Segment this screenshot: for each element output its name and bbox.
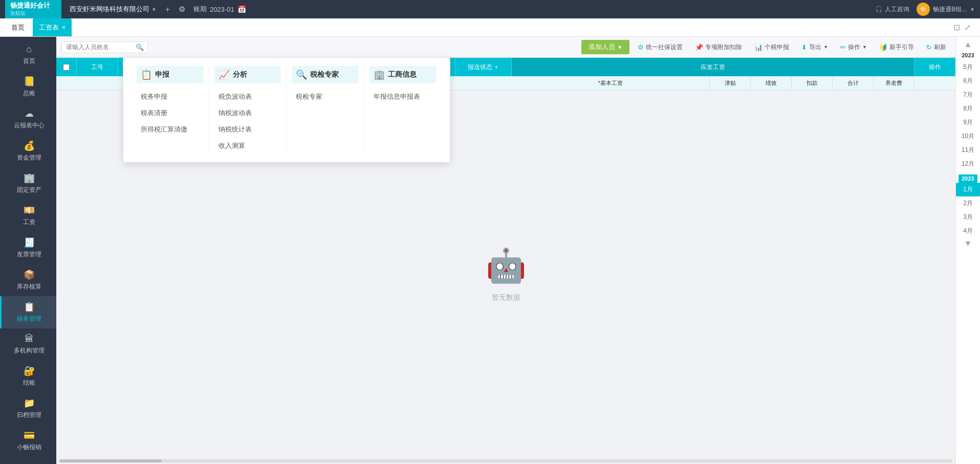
- cal-month-2[interactable]: 2月: [956, 196, 980, 210]
- dropdown-item-annual-report[interactable]: 年报信息申报表: [369, 89, 437, 105]
- sidebar-item-close[interactable]: 🔐 结账: [0, 360, 56, 392]
- cal-month-4[interactable]: 4月: [956, 224, 980, 238]
- cal-month-3[interactable]: 3月: [956, 210, 980, 224]
- horizontal-scrollbar[interactable]: [56, 458, 955, 464]
- th2-deduct-label: 扣款: [807, 79, 818, 87]
- sidebar-item-salary[interactable]: 💴 工资: [0, 200, 56, 232]
- dropdown-item-tax-burden[interactable]: 税负波动表: [214, 89, 281, 105]
- app-version: 旗舰版: [10, 10, 50, 17]
- sidebar-item-xiaochang[interactable]: 💳 小畅报销: [0, 425, 56, 457]
- cal-down-icon[interactable]: ▼: [964, 238, 972, 249]
- add-icon[interactable]: ＋: [164, 5, 171, 14]
- th-op: 操作: [914, 58, 955, 76]
- user-name: 畅捷通B组...: [933, 5, 967, 14]
- empty-illustration: 🤖: [486, 247, 527, 285]
- add-person-button[interactable]: 添加人员 ▼: [581, 40, 629, 54]
- top-bar-icons: ＋ ⚙: [164, 5, 185, 14]
- sidebar-item-home[interactable]: ⌂ 首页: [0, 39, 56, 71]
- dropdown-col-shenba: 📋 申报 税务申报 税表清册 所得税汇算清缴: [132, 66, 209, 154]
- th-checkbox[interactable]: [56, 58, 77, 76]
- fenxi-label: 分析: [233, 70, 247, 79]
- newguide-button[interactable]: 🔰 新手引导: [875, 41, 918, 54]
- dropdown-item-tax-wave[interactable]: 纳税波动表: [214, 105, 281, 121]
- calendar-icon[interactable]: 📅: [237, 5, 246, 13]
- cal-year-2023-top: 2023: [962, 50, 974, 60]
- tab-salary[interactable]: 工资表 ×: [33, 18, 72, 36]
- dropdown-item-tax-declare[interactable]: 税务申报: [137, 89, 204, 105]
- sidebar-item-fund[interactable]: 💰 资金管理: [0, 135, 56, 167]
- dropdown-item-tax-settle[interactable]: 所得税汇算清缴: [137, 121, 204, 138]
- th2-space1: [56, 76, 77, 90]
- cal-month-10[interactable]: 10月: [956, 129, 980, 143]
- scrollbar-thumb[interactable]: [59, 459, 162, 462]
- cal-month-1[interactable]: 1月: [956, 183, 980, 196]
- cal-month-7[interactable]: 7月: [956, 88, 980, 102]
- social-label: 统一社保设置: [646, 43, 683, 52]
- dropdown-item-tax-expert[interactable]: 税检专家: [292, 89, 359, 105]
- zhuanjia-header: 🔍 税检专家: [292, 66, 359, 83]
- sidebar-item-basic[interactable]: ⚙ 基础设置: [0, 457, 56, 464]
- avatar: 畅: [917, 3, 930, 16]
- cloud-icon: ☁: [25, 108, 34, 119]
- home-icon: ⌂: [26, 44, 32, 55]
- company-selector[interactable]: 西安虾米网络科技有限公司 ▼: [70, 5, 157, 14]
- tab-restore-icon[interactable]: ⊡: [953, 23, 960, 32]
- dropdown-item-tax-table[interactable]: 税表清册: [137, 105, 204, 121]
- sidebar-item-ledger[interactable]: 📒 总账: [0, 71, 56, 103]
- cal-month-8[interactable]: 8月: [956, 102, 980, 116]
- sidebar-item-asset[interactable]: 🏢 固定资产: [0, 167, 56, 200]
- tax-report-button[interactable]: 📊 个税申报: [750, 41, 793, 54]
- sidebar-label-ledger: 总账: [23, 89, 35, 98]
- cal-month-9[interactable]: 9月: [956, 116, 980, 129]
- special-deduction-button[interactable]: 📌 专项附加扣除: [691, 41, 746, 54]
- tab-home-label: 首页: [11, 23, 25, 32]
- cal-month-5[interactable]: 5月: [956, 60, 980, 74]
- cal-month-11[interactable]: 11月: [956, 143, 980, 157]
- service-button[interactable]: 🎧 人工咨询: [875, 5, 909, 14]
- sidebar-label-invoice: 发票管理: [17, 250, 41, 259]
- operate-arrow-icon: ▼: [862, 45, 867, 50]
- tab-expand-icon[interactable]: ⤢: [964, 23, 971, 32]
- invoice-icon: 🧾: [24, 237, 35, 248]
- sidebar-label-archive: 归档管理: [17, 411, 41, 419]
- sidebar-item-cloud[interactable]: ☁ 云报表中心: [0, 103, 56, 135]
- sidebar-item-tax[interactable]: 📋 税务管理: [0, 296, 56, 328]
- sidebar-item-multi[interactable]: 🏛 多机构管理: [0, 328, 56, 360]
- user-menu[interactable]: 畅 畅捷通B组... ▼: [917, 3, 975, 16]
- th2-pension-label: 养老费: [885, 79, 902, 87]
- sidebar-item-archive[interactable]: 📁 归档管理: [0, 392, 56, 425]
- cal-month-12[interactable]: 12月: [956, 157, 980, 171]
- th-report-status[interactable]: 报送状态 ▼: [455, 58, 512, 76]
- sidebar-item-invoice[interactable]: 🧾 发票管理: [0, 232, 56, 264]
- select-all-checkbox[interactable]: [63, 64, 70, 71]
- export-button[interactable]: ⬇ 导出 ▼: [797, 41, 832, 54]
- refresh-button[interactable]: ↻ 刷新: [922, 41, 950, 54]
- cal-month-6[interactable]: 6月: [956, 74, 980, 88]
- shenba-label: 申报: [155, 70, 169, 79]
- close-icon[interactable]: ×: [62, 24, 66, 31]
- th-salary-group: 应发工资: [512, 58, 914, 76]
- cal-up-icon[interactable]: ▲: [964, 39, 972, 50]
- add-person-arrow-icon: ▼: [617, 45, 622, 50]
- sidebar-label-xiaochang: 小畅报销: [17, 443, 41, 452]
- right-calendar-panel: ▲ 2023 5月 6月 7月 8月 9月 10月 11月 12月 2023 1…: [955, 37, 980, 464]
- dropdown-item-tax-stat[interactable]: 纳税统计表: [214, 121, 281, 138]
- sidebar-item-inventory[interactable]: 📦 库存核算: [0, 264, 56, 296]
- salary-icon: 💴: [24, 205, 35, 216]
- gongshang-header: 🏢 工商信息: [369, 66, 437, 83]
- tab-home[interactable]: 首页: [5, 18, 31, 36]
- settings-icon[interactable]: ⚙: [179, 5, 185, 14]
- th2-deduct: 扣款: [792, 76, 833, 90]
- close-account-icon: 🔐: [24, 365, 35, 377]
- operate-button[interactable]: ✏ 操作 ▼: [836, 41, 871, 54]
- search-input[interactable]: [66, 43, 133, 51]
- dropdown-item-income-calc[interactable]: 收入测算: [214, 138, 281, 154]
- th2-base: *基本工资: [512, 76, 710, 90]
- chevron-down-icon: ▼: [151, 7, 157, 12]
- tax-icon: 📋: [24, 301, 35, 313]
- tax-report-label: 个税申报: [765, 43, 789, 52]
- social-settings-button[interactable]: ⚙ 统一社保设置: [634, 41, 687, 54]
- tax-report-icon: 📊: [754, 43, 763, 51]
- inventory-icon: 📦: [24, 269, 35, 280]
- sidebar-label-tax: 税务管理: [17, 315, 41, 323]
